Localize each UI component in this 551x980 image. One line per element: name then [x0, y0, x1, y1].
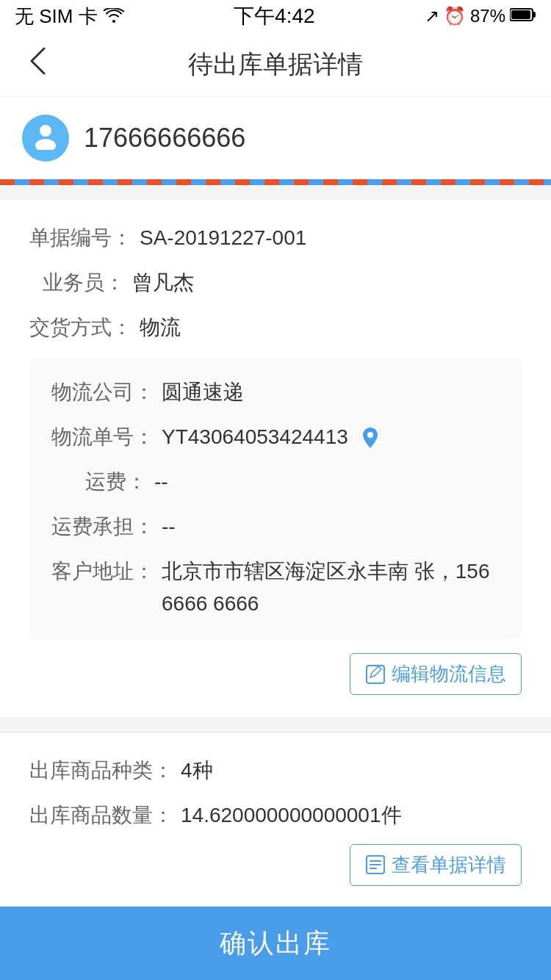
category-row: 出库商品种类： 4种 — [29, 754, 522, 788]
status-right: ↗ ⏰ 87% — [425, 6, 536, 26]
freight-bear-label: 运费承担： — [51, 511, 154, 544]
freight-label: 运费： — [51, 466, 147, 499]
carrier-label: 无 SIM 卡 — [15, 4, 98, 29]
user-header: 17666666666 — [0, 97, 551, 179]
svg-point-6 — [367, 432, 373, 438]
stats-section: 出库商品种类： 4种 出库商品数量： 14.620000000000001件 查… — [0, 732, 551, 908]
svg-rect-1 — [533, 12, 536, 18]
document-number-row: 单据编号： SA-20191227-001 — [29, 222, 522, 255]
page: 无 SIM 卡 下午4:42 ↗ ⏰ 87% — [0, 0, 551, 980]
freight-bear-value: -- — [162, 511, 500, 544]
edit-logistics-label: 编辑物流信息 — [392, 661, 506, 687]
battery-icon — [510, 6, 536, 26]
wifi-icon — [104, 5, 124, 28]
logistics-company-label: 物流公司： — [51, 376, 154, 409]
freight-row: 运费： -- — [51, 466, 500, 499]
avatar — [22, 115, 69, 162]
view-detail-btn-wrap: 查看单据详情 — [29, 844, 522, 886]
map-pin-icon[interactable] — [357, 425, 383, 451]
avatar-icon — [31, 120, 60, 156]
quantity-label: 出库商品数量： — [29, 799, 173, 832]
delivery-value: 物流 — [140, 311, 522, 345]
svg-rect-2 — [511, 10, 530, 19]
view-detail-button[interactable]: 查看单据详情 — [350, 844, 522, 886]
freight-bear-row: 运费承担： -- — [51, 511, 500, 544]
delivery-label: 交货方式： — [29, 311, 132, 345]
address-label: 客户地址： — [51, 555, 154, 588]
location-status-icon: ↗ — [425, 6, 439, 26]
svg-point-4 — [35, 139, 56, 150]
status-left: 无 SIM 卡 — [15, 4, 124, 29]
user-phone: 17666666666 — [84, 123, 245, 154]
view-detail-label: 查看单据详情 — [392, 852, 506, 878]
document-number-value: SA-20191227-001 — [140, 222, 522, 255]
logistics-tracking-value: YT43064053424413 — [162, 421, 500, 454]
confirm-outbound-button[interactable]: 确认出库 — [0, 907, 551, 980]
category-label: 出库商品种类： — [29, 754, 173, 788]
logistics-card: 物流公司： 圆通速递 物流单号： YT43064053424413 运费： -- — [29, 359, 522, 638]
agent-value: 曾凡杰 — [132, 267, 522, 300]
agent-label: 业务员： — [29, 267, 125, 300]
page-title: 待出库单据详情 — [188, 48, 363, 82]
battery-percent: 87% — [470, 6, 505, 26]
document-list-icon — [365, 854, 386, 875]
nav-bar: 待出库单据详情 — [0, 32, 551, 97]
svg-point-3 — [40, 125, 51, 137]
logistics-company-value: 圆通速递 — [162, 376, 500, 409]
delivery-row: 交货方式： 物流 — [29, 311, 522, 345]
edit-logistics-button[interactable]: 编辑物流信息 — [350, 653, 522, 695]
logistics-tracking-label: 物流单号： — [51, 421, 154, 454]
logistics-company-row: 物流公司： 圆通速递 — [51, 376, 500, 409]
back-button[interactable] — [22, 40, 53, 89]
address-row: 客户地址： 北京市市辖区海淀区永丰南 张，156 6666 6666 — [51, 555, 500, 621]
category-value: 4种 — [181, 754, 522, 788]
edit-icon — [365, 664, 386, 685]
edit-logistics-btn-wrap: 编辑物流信息 — [29, 653, 522, 695]
dashed-divider — [0, 179, 551, 185]
quantity-value: 14.620000000000001件 — [181, 799, 522, 832]
freight-value: -- — [154, 466, 500, 499]
quantity-row: 出库商品数量： 14.620000000000001件 — [29, 799, 522, 832]
address-value: 北京市市辖区海淀区永丰南 张，156 6666 6666 — [162, 555, 500, 621]
status-bar: 无 SIM 卡 下午4:42 ↗ ⏰ 87% — [0, 0, 551, 32]
document-info-section: 单据编号： SA-20191227-001 业务员： 曾凡杰 交货方式： 物流 … — [0, 200, 551, 717]
agent-row: 业务员： 曾凡杰 — [29, 267, 522, 300]
alarm-icon: ⏰ — [444, 6, 466, 26]
document-number-label: 单据编号： — [29, 222, 132, 255]
logistics-tracking-row: 物流单号： YT43064053424413 — [51, 421, 500, 454]
status-time: 下午4:42 — [234, 2, 315, 30]
